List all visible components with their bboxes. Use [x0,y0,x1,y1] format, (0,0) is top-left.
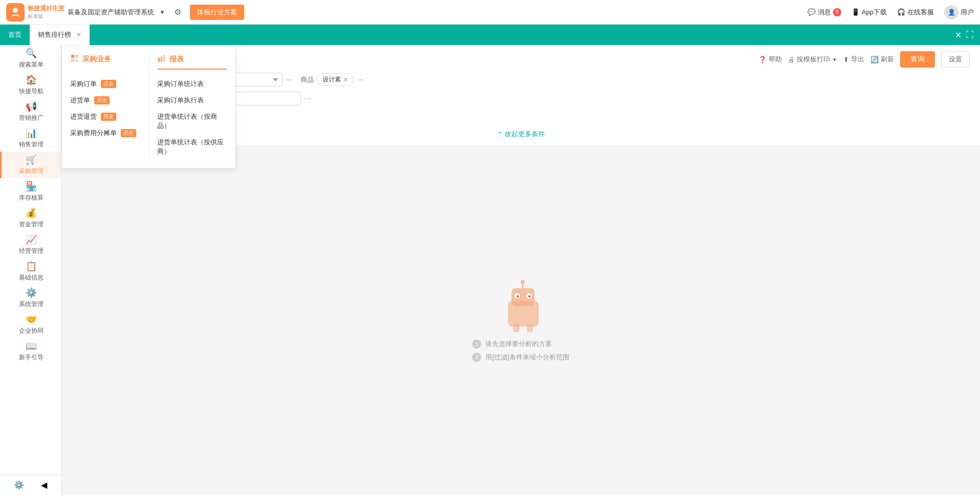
sidebar-item-purchase[interactable]: 🛒 采购管理 [0,152,61,178]
app-download-label: App下载 [862,8,887,17]
system-icon: ⚙️ [26,287,37,298]
item-label: 进货单统计表（按商品） [157,112,227,131]
operations-icon: 📈 [26,234,37,245]
tab-close-window-btn[interactable]: ✕ [955,30,962,40]
logo-icon [6,3,25,21]
col2-header: 报表 [157,54,227,70]
logo-text-block: 畅捷通好生意 标准版 [28,4,65,20]
message-btn[interactable]: 💬 消息 9 [807,8,841,17]
export-icon: ⬆ [843,56,849,63]
header-middle: 装备及固定资产辅助管理系统 ▼ ⚙ 体验行业方案 [68,5,807,20]
cooperation-icon: 🤝 [26,314,37,325]
sidebar-inventory-label: 库存核算 [19,193,44,202]
message-icon: 💬 [807,8,816,16]
tab-sales-ranking[interactable]: 销售排行榜 ✕ [30,25,90,45]
empty-illustration [485,278,557,334]
dropdown-item-goods-receipt[interactable]: 进货单 历史 [70,92,140,109]
bill-status-more-btn[interactable]: ··· [286,75,292,84]
goods-more-btn[interactable]: ··· [357,75,364,84]
tab-bar-actions: ✕ ⛶ [955,30,980,40]
sidebar-collapse-btn[interactable]: ◀ [41,480,47,490]
step-1-num: 1 [472,339,481,349]
sidebar-system-label: 系统管理 [19,300,44,309]
headset-icon: 🎧 [897,8,905,16]
sidebar-item-inventory[interactable]: 🏪 库存核算 [0,178,61,205]
svg-point-0 [13,8,18,13]
industry-btn[interactable]: 体验行业方案 [190,5,244,20]
sidebar-item-system[interactable]: ⚙️ 系统管理 [0,285,61,311]
sidebar-item-finance[interactable]: 💰 资金管理 [0,205,61,231]
collapse-btn[interactable]: ⌃ 收起更多条件 [497,130,545,139]
svg-point-8 [521,280,525,284]
dropdown-item-purchase-order[interactable]: 采购订单 历史 [70,76,140,92]
sidebar-settings-btn[interactable]: ⚙️ [14,480,24,490]
logo-area: 畅捷通好生意 标准版 [6,3,68,21]
svg-point-6 [528,295,530,297]
dropdown-col-purchase: 采购业务 采购订单 历史 进货单 历史 进货退货 历史 采购费用分摊单 历史 [70,54,140,160]
sidebar-navigation-label: 快捷导航 [19,87,44,96]
user-btn[interactable]: 👤 用户 [944,5,974,19]
dropdown-item-receipt-stat-supplier[interactable]: 进货单统计表（按供应商） [157,134,227,160]
user-label: 用户 [961,8,974,17]
empty-step-2: 2 用[过滤]条件来缩小分析范围 [472,353,569,362]
item-label: 采购订单统计表 [157,79,204,89]
sidebar-item-search[interactable]: 🔍 搜索菜单 [0,45,61,72]
svg-rect-12 [75,55,78,58]
help-btn[interactable]: ❓ 帮助 [758,55,782,64]
goods-tag-value: 设计素 [323,75,341,84]
avatar: 👤 [944,5,958,19]
svg-rect-11 [71,55,74,58]
system-dropdown-btn[interactable]: ▼ [159,9,165,16]
tab-home[interactable]: 首页 [0,25,30,45]
purchase-dropdown-menu: 采购业务 采购订单 历史 进货单 历史 进货退货 历史 采购费用分摊单 历史 [61,45,236,168]
tab-close-icon[interactable]: ✕ [76,31,81,38]
sidebar-item-operations[interactable]: 📈 经营管理 [0,231,61,258]
print-icon: 🖨 [788,56,795,63]
svg-rect-13 [71,59,74,62]
sidebar-item-sales[interactable]: 📊 销售管理 [0,125,61,152]
svg-rect-16 [161,56,162,62]
tab-sales-ranking-label: 销售排行榜 [38,30,71,39]
logo-main: 畅捷通好生意 [28,4,65,13]
sidebar-search-label: 搜索菜单 [19,60,44,69]
refresh-btn[interactable]: 🔄 刷新 [870,55,894,64]
sidebar-item-navigation[interactable]: 🏠 快捷导航 [0,72,61,98]
print-btn[interactable]: 🖨 按模板打印 ▼ [788,55,837,64]
dropdown-item-order-stat[interactable]: 采购订单统计表 [157,76,227,92]
sidebar-cooperation-label: 企业协同 [19,327,44,335]
top-header: 畅捷通好生意 标准版 装备及固定资产辅助管理系统 ▼ ⚙ 体验行业方案 💬 消息… [0,0,980,25]
item-label: 采购费用分摊单 [70,128,117,138]
collapse-icon: ⌃ [497,131,503,138]
step-2-text: 用[过滤]条件来缩小分析范围 [485,353,569,362]
filter-settings-btn[interactable]: 设置 [941,51,970,68]
sidebar-item-guide[interactable]: 📖 新手引导 [0,338,61,364]
dropdown-col-report: 报表 采购订单统计表 采购订单执行表 进货单统计表（按商品） 进货单统计表（按供… [157,54,227,160]
sidebar-item-cooperation[interactable]: 🤝 企业协同 [0,311,61,338]
svg-rect-10 [527,324,533,332]
item-label: 采购订单 [70,79,97,89]
settings-icon-btn[interactable]: ⚙ [171,5,185,19]
export-btn[interactable]: ⬆ 导出 [843,55,864,64]
tab-home-label: 首页 [8,30,22,39]
sidebar-item-marketing[interactable]: 📢 营销推广 [0,98,61,125]
query-btn[interactable]: 查询 [900,51,935,68]
item-label: 进货单统计表（按供应商） [157,138,227,156]
dropdown-item-order-exec[interactable]: 采购订单执行表 [157,92,227,109]
marketing-icon: 📢 [26,101,37,112]
sidebar-basic-info-label: 基础信息 [19,273,44,282]
history-badge: 历史 [121,129,136,137]
tab-maximize-btn[interactable]: ⛶ [966,30,974,39]
history-badge: 历史 [101,113,116,121]
salesman-more-btn[interactable]: ··· [304,94,311,103]
sidebar-guide-label: 新手引导 [19,353,44,362]
dropdown-item-receipt-stat-goods[interactable]: 进货单统计表（按商品） [157,109,227,134]
goods-tag-close-icon[interactable]: ✕ [343,76,348,83]
sidebar-item-basic-info[interactable]: 📋 基础信息 [0,258,61,285]
dropdown-item-purchase-expense[interactable]: 采购费用分摊单 历史 [70,125,140,141]
goods-label: 商品 [301,75,314,84]
sidebar-finance-label: 资金管理 [19,220,44,229]
dropdown-item-goods-return[interactable]: 进货退货 历史 [70,109,140,125]
app-download-btn[interactable]: 📱 App下载 [851,8,887,17]
online-service-btn[interactable]: 🎧 在线客服 [897,8,934,17]
sidebar-operations-label: 经营管理 [19,247,44,255]
